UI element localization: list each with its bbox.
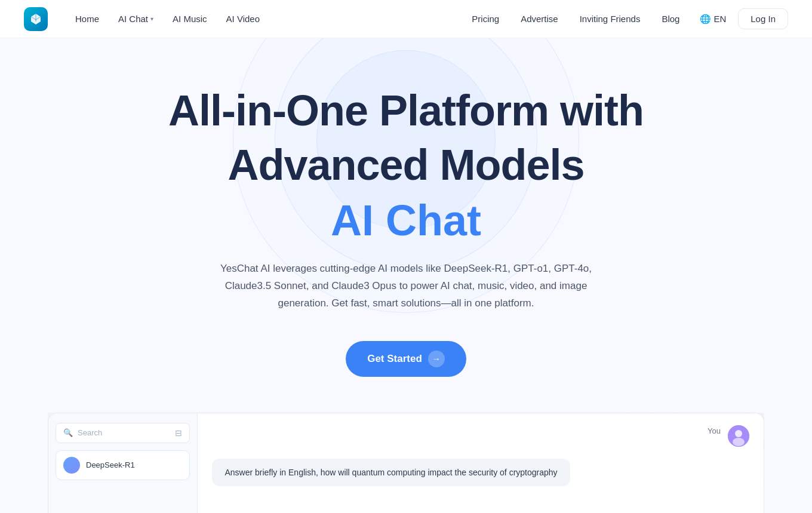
nav-item-aivideo[interactable]: AI Video bbox=[218, 9, 268, 29]
logo[interactable] bbox=[24, 7, 48, 31]
nav-item-aimusic[interactable]: AI Music bbox=[164, 9, 216, 29]
hero-section: All-in-One Platform with Advanced Models… bbox=[0, 38, 812, 513]
hero-title-line2: Advanced Models bbox=[24, 140, 788, 190]
chat-message-row: You bbox=[212, 425, 749, 447]
search-icon: 🔍 bbox=[63, 428, 73, 437]
chat-you-label: You bbox=[708, 426, 721, 435]
cta-label: Get Started bbox=[367, 353, 422, 365]
nav-item-aichat[interactable]: AI Chat ▾ bbox=[110, 9, 162, 29]
app-preview: 🔍 Search ⊟ DeepSeek-R1 You bbox=[48, 413, 764, 513]
hero-title: All-in-One Platform with Advanced Models… bbox=[24, 86, 788, 246]
hero-title-line1: All-in-One Platform with bbox=[24, 86, 788, 136]
language-selector[interactable]: 🌐 EN bbox=[693, 10, 733, 28]
nav-item-advertise[interactable]: Advertise bbox=[512, 9, 567, 29]
user-avatar bbox=[728, 425, 749, 447]
navbar-left: Home AI Chat ▾ AI Music AI Video bbox=[24, 7, 268, 31]
chat-bubble: Answer briefly in English, how will quan… bbox=[212, 459, 570, 486]
navbar-right: Pricing Advertise Inviting Friends Blog … bbox=[463, 8, 788, 29]
get-started-button[interactable]: Get Started → bbox=[346, 341, 466, 377]
hero-description: YesChat AI leverages cutting-edge AI mod… bbox=[209, 260, 603, 312]
nav-items: Home AI Chat ▾ AI Music AI Video bbox=[67, 9, 268, 29]
hero-content: All-in-One Platform with Advanced Models… bbox=[24, 86, 788, 413]
hero-title-colored: AI Chat bbox=[24, 195, 788, 246]
sidebar-toggle-icon[interactable]: ⊟ bbox=[175, 428, 182, 438]
preview-search-bar[interactable]: 🔍 Search ⊟ bbox=[56, 423, 190, 443]
svg-point-2 bbox=[733, 438, 745, 446]
model-list-item[interactable]: DeepSeek-R1 bbox=[56, 450, 190, 480]
navbar: Home AI Chat ▾ AI Music AI Video Pricing… bbox=[0, 0, 812, 38]
preview-sidebar: 🔍 Search ⊟ DeepSeek-R1 bbox=[48, 413, 198, 513]
model-avatar bbox=[63, 457, 80, 474]
chat-message-text: Answer briefly in English, how will quan… bbox=[224, 468, 557, 477]
preview-chat-area: You Answer briefly in English, how will … bbox=[198, 413, 764, 513]
logo-icon bbox=[24, 7, 48, 31]
chevron-down-icon: ▾ bbox=[150, 16, 153, 22]
nav-item-home[interactable]: Home bbox=[67, 9, 107, 29]
search-placeholder: Search bbox=[78, 428, 102, 437]
nav-item-pricing[interactable]: Pricing bbox=[463, 9, 508, 29]
preview-window: 🔍 Search ⊟ DeepSeek-R1 You bbox=[48, 413, 764, 513]
svg-point-1 bbox=[735, 430, 742, 437]
model-name: DeepSeek-R1 bbox=[86, 460, 135, 469]
login-button[interactable]: Log In bbox=[738, 8, 788, 29]
globe-icon: 🌐 bbox=[700, 14, 711, 24]
nav-item-inviting-friends[interactable]: Inviting Friends bbox=[571, 9, 649, 29]
arrow-icon: → bbox=[428, 351, 445, 367]
nav-item-blog[interactable]: Blog bbox=[653, 9, 688, 29]
